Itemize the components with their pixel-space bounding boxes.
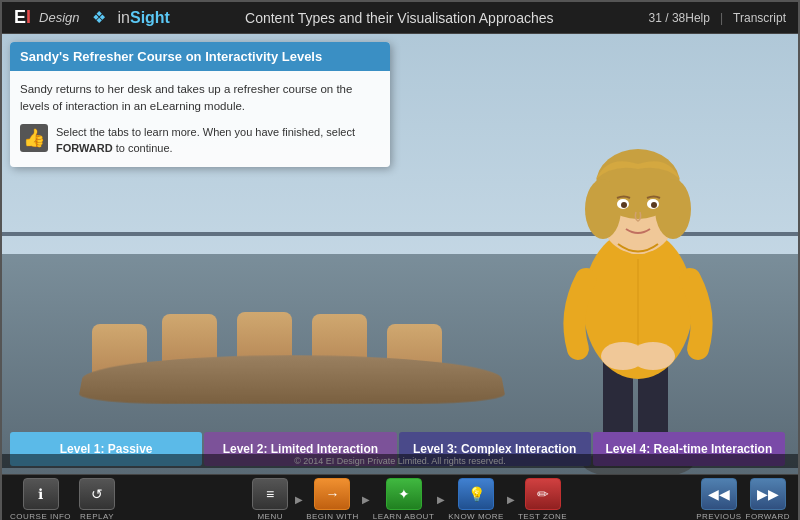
course-info-button[interactable]: ℹ COURSE INFO <box>10 478 71 520</box>
know-more-icon: 💡 <box>458 478 494 510</box>
know-more-label: KNOW MORE <box>448 512 504 520</box>
main-area: Sandy's Refresher Course on Interactivit… <box>2 34 798 474</box>
forward-icon: ▶▶ <box>750 478 786 510</box>
menu-label: MENU <box>257 512 283 520</box>
test-zone-icon: ✏ <box>525 478 561 510</box>
previous-label: PREVIOUS <box>696 512 741 520</box>
course-info-label: COURSE INFO <box>10 512 71 520</box>
instruction-text: Select the tabs to learn more. When you … <box>56 124 380 157</box>
replay-icon: ↺ <box>79 478 115 510</box>
main-container: EI Design ❖ inSight Content Types and th… <box>0 0 800 520</box>
begin-with-button[interactable]: → BEGIN WITH <box>306 478 359 520</box>
nav-divider: | <box>720 11 723 25</box>
arrow-3: ▶ <box>437 494 445 505</box>
toolbar-right: ◀◀ PREVIOUS ▶▶ FORWARD <box>696 478 790 520</box>
learn-about-label: LEARN ABOUT <box>373 512 435 520</box>
forward-button[interactable]: ▶▶ FORWARD <box>746 478 790 520</box>
logo-insight: inSight <box>118 9 170 27</box>
begin-with-label: BEGIN WITH <box>306 512 359 520</box>
top-bar: EI Design ❖ inSight Content Types and th… <box>2 2 798 34</box>
thumb-icon: 👍 <box>20 124 48 152</box>
previous-icon: ◀◀ <box>701 478 737 510</box>
replay-label: REPLAY <box>80 512 114 520</box>
begin-with-icon: → <box>314 478 350 510</box>
previous-button[interactable]: ◀◀ PREVIOUS <box>696 478 741 520</box>
body-text: Sandy returns to her desk and takes up a… <box>20 81 380 116</box>
arrow-2: ▶ <box>362 494 370 505</box>
info-icon: ℹ <box>23 478 59 510</box>
top-right-nav: Help | Transcript <box>685 11 786 25</box>
instruction-row: 👍 Select the tabs to learn more. When yo… <box>20 124 380 157</box>
replay-button[interactable]: ↺ REPLAY <box>75 478 119 520</box>
svg-point-7 <box>585 179 621 239</box>
logo-dot-icon: ❖ <box>92 8 106 27</box>
svg-point-12 <box>651 202 657 208</box>
learn-about-icon: ✦ <box>386 478 422 510</box>
test-zone-button[interactable]: ✏ TEST ZONE <box>518 478 567 520</box>
logo-area: EI Design ❖ inSight <box>14 7 170 28</box>
forward-label: FORWARD <box>746 512 790 520</box>
table-surface <box>77 355 506 403</box>
character-svg <box>508 94 768 474</box>
content-box-header: Sandy's Refresher Course on Interactivit… <box>10 42 390 71</box>
svg-point-11 <box>621 202 627 208</box>
copyright-bar: © 2014 EI Design Private Limited. All ri… <box>2 454 798 468</box>
test-zone-label: TEST ZONE <box>518 512 567 520</box>
slide-counter: 31 / 38 <box>649 11 686 25</box>
logo-ei: EI <box>14 7 31 28</box>
toolbar: ℹ COURSE INFO ↺ REPLAY ≡ MENU ▶ → BEGIN … <box>2 474 798 520</box>
arrow-4: ▶ <box>507 494 515 505</box>
arrow-1: ▶ <box>295 494 303 505</box>
page-title: Content Types and their Visualisation Ap… <box>170 10 629 26</box>
svg-point-8 <box>655 179 691 239</box>
logo-design: Design <box>39 10 79 25</box>
help-link[interactable]: Help <box>685 11 710 25</box>
menu-icon: ≡ <box>252 478 288 510</box>
svg-point-14 <box>631 342 675 370</box>
table-area <box>82 324 502 424</box>
menu-button[interactable]: ≡ MENU <box>248 478 292 520</box>
content-box: Sandy's Refresher Course on Interactivit… <box>10 42 390 167</box>
toolbar-left: ℹ COURSE INFO ↺ REPLAY <box>10 478 119 520</box>
learn-about-button[interactable]: ✦ LEARN ABOUT <box>373 478 435 520</box>
know-more-button[interactable]: 💡 KNOW MORE <box>448 478 504 520</box>
character <box>478 74 798 474</box>
transcript-link[interactable]: Transcript <box>733 11 786 25</box>
content-box-body: Sandy returns to her desk and takes up a… <box>10 71 390 167</box>
toolbar-center: ≡ MENU ▶ → BEGIN WITH ▶ ✦ LEARN ABOUT ▶ … <box>248 478 567 520</box>
